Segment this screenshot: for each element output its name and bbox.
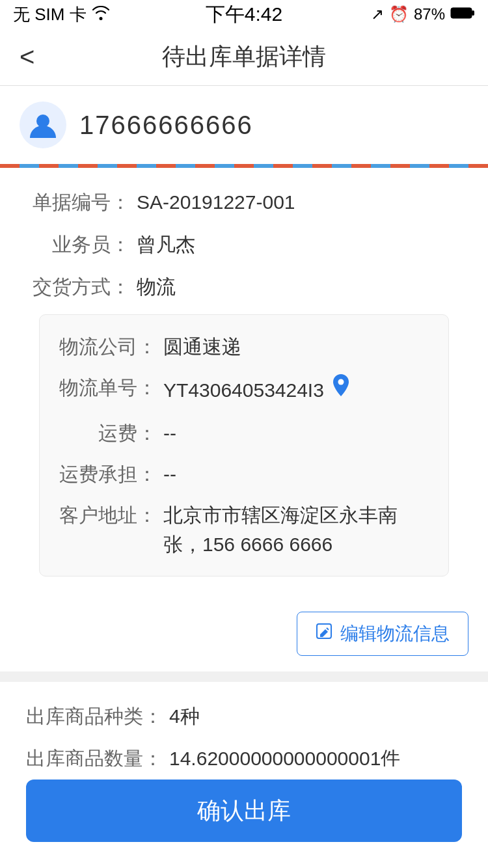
logistics-card: 物流公司： 圆通速递 物流单号： YT43064053424I3 运费： — [39, 314, 449, 576]
customer-header: 17666666666 — [0, 86, 488, 164]
freight-value: -- — [157, 418, 435, 448]
back-button[interactable]: < — [20, 42, 34, 72]
location-status-icon: ↗ — [371, 5, 384, 23]
basic-info-section: 单据编号： SA-20191227-001 业务员： 曾凡杰 交货方式： 物流 … — [0, 168, 488, 596]
salesman-row: 业务员： 曾凡杰 — [26, 230, 462, 259]
svg-rect-2 — [472, 10, 474, 16]
edit-logistics-button[interactable]: 编辑物流信息 — [297, 612, 468, 656]
carrier-label: 无 SIM 卡 — [13, 3, 87, 26]
customer-phone: 17666666666 — [79, 111, 253, 140]
confirm-button[interactable]: 确认出库 — [26, 780, 462, 842]
edit-logistics-container: 编辑物流信息 — [0, 596, 488, 671]
logistics-company-row: 物流公司： 圆通速递 — [53, 332, 435, 361]
status-bar-left: 无 SIM 卡 — [13, 3, 110, 26]
section-divider — [0, 671, 488, 682]
tracking-no-row: 物流单号： YT43064053424I3 — [53, 373, 435, 407]
tracking-location-icon[interactable] — [331, 373, 351, 407]
bottom-bar: 确认出库 — [0, 766, 488, 868]
address-label: 客户地址： — [53, 500, 157, 530]
status-bar: 无 SIM 卡 下午4:42 ↗ ⏰ 87% — [0, 0, 488, 29]
freight-bearer-row: 运费承担： -- — [53, 459, 435, 489]
goods-types-row: 出库商品种类： 4种 — [26, 701, 462, 731]
page-title: 待出库单据详情 — [162, 41, 326, 73]
edit-icon — [316, 623, 334, 645]
tracking-no-label: 物流单号： — [53, 373, 157, 402]
battery-icon — [450, 5, 475, 23]
goods-types-value: 4种 — [163, 701, 462, 731]
svg-point-4 — [338, 379, 344, 385]
battery-label: 87% — [414, 5, 445, 23]
order-no-value: SA-20191227-001 — [130, 187, 462, 217]
status-bar-time: 下午4:42 — [206, 1, 282, 28]
alarm-icon: ⏰ — [389, 5, 409, 23]
goods-types-label: 出库商品种类： — [26, 701, 163, 731]
delivery-method-value: 物流 — [130, 272, 462, 301]
wifi-icon — [92, 5, 110, 25]
logistics-company-value: 圆通速递 — [157, 332, 435, 361]
salesman-label: 业务员： — [26, 230, 130, 259]
freight-row: 运费： -- — [53, 418, 435, 448]
avatar — [20, 102, 66, 148]
nav-bar: < 待出库单据详情 — [0, 29, 488, 86]
address-value: 北京市市辖区海淀区永丰南 张，156 6666 6666 — [157, 500, 435, 559]
svg-rect-1 — [452, 8, 470, 18]
freight-label: 运费： — [53, 418, 157, 448]
freight-bearer-label: 运费承担： — [53, 459, 157, 489]
delivery-method-label: 交货方式： — [26, 272, 130, 301]
status-bar-right: ↗ ⏰ 87% — [371, 5, 475, 23]
tracking-no-value: YT43064053424I3 — [157, 373, 435, 407]
order-no-label: 单据编号： — [26, 187, 130, 217]
address-row: 客户地址： 北京市市辖区海淀区永丰南 张，156 6666 6666 — [53, 500, 435, 559]
order-no-row: 单据编号： SA-20191227-001 — [26, 187, 462, 217]
delivery-method-row: 交货方式： 物流 — [26, 272, 462, 301]
logistics-company-label: 物流公司： — [53, 332, 157, 361]
freight-bearer-value: -- — [157, 459, 435, 489]
salesman-value: 曾凡杰 — [130, 230, 462, 259]
